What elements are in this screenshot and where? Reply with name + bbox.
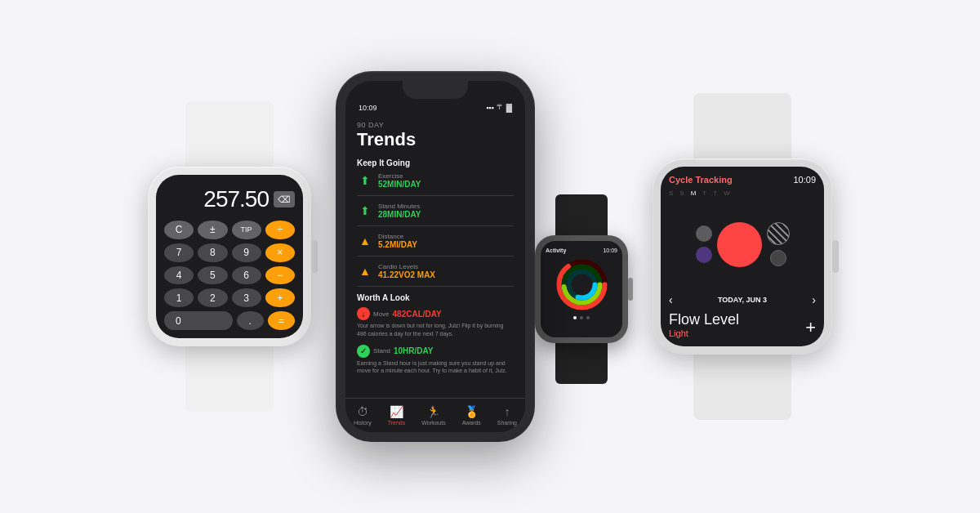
tab-awards[interactable]: 🏅 Awards — [462, 405, 481, 426]
cycle-band-top — [693, 93, 791, 158]
worth-stand-header: ✓ Stand 10HR/DAY — [357, 345, 514, 358]
iphone-subtitle: 90 DAY — [357, 121, 514, 129]
activity-screen: Activity 10:09 — [541, 241, 622, 337]
trend-stand: ⬆ Stand Minutes 28MIN/DAY — [357, 203, 514, 226]
calc-btn-6[interactable]: 6 — [232, 266, 261, 285]
cycle-days: S S M T T W — [669, 190, 816, 197]
calc-btn-plus[interactable]: + — [265, 288, 295, 307]
trend-icon-distance: ▲ — [357, 233, 373, 249]
circle-hatched — [767, 222, 790, 245]
cycle-day-t1: T — [702, 190, 706, 197]
calc-btn-9[interactable]: 9 — [232, 243, 261, 262]
history-icon: ⏱ — [357, 405, 368, 418]
worth-a-look-title: Worth A Look — [357, 293, 514, 302]
trend-text-stand: Stand Minutes 28MIN/DAY — [378, 203, 421, 219]
tab-history[interactable]: ⏱ History — [354, 405, 372, 426]
status-time: 10:09 — [359, 104, 377, 112]
calc-btn-5[interactable]: 5 — [198, 266, 227, 285]
cycle-watch-crown — [832, 240, 839, 273]
activity-dot-1 — [573, 316, 577, 319]
cycle-day-s2: S — [679, 190, 684, 197]
circle-small-2 — [696, 247, 712, 263]
calc-btn-equals[interactable]: = — [268, 311, 295, 330]
trend-value-cardio: 41.22VO2 MAX — [378, 270, 435, 279]
cycle-prev-arrow[interactable]: ‹ — [669, 293, 673, 306]
calc-row-5: 0 . = — [164, 311, 295, 330]
circle-small-3 — [770, 250, 786, 266]
trend-label-distance: Distance — [378, 233, 417, 240]
tab-sharing-label: Sharing — [497, 420, 517, 426]
calc-btn-tip[interactable]: TIP — [232, 221, 261, 239]
trend-value-exercise: 52MIN/DAY — [378, 180, 421, 189]
calc-btn-2[interactable]: 2 — [198, 288, 227, 307]
calc-btn-4[interactable]: 4 — [164, 266, 194, 285]
cycle-bottom: Flow Level Light + — [669, 311, 816, 338]
calc-btn-plusminus[interactable]: ± — [198, 221, 227, 239]
rings-svg — [555, 258, 608, 311]
iphone: 10:09 ▪▪▪ 〒 ▓ 90 DAY Trends Keep It Goin… — [336, 71, 535, 442]
trend-label-stand: Stand Minutes — [378, 203, 421, 210]
worth-move-value: 482CAL/DAY — [393, 310, 442, 319]
cycle-nav: ‹ TODAY, JUN 3 › — [669, 293, 816, 306]
cycle-flow-value: Light — [669, 328, 739, 338]
cycle-flow: Flow Level Light — [669, 311, 739, 338]
calc-btn-multiply[interactable]: × — [265, 243, 295, 262]
activity-dot-3 — [586, 316, 590, 319]
iphone-tab-bar: ⏱ History 📈 Trends 🏃 Workouts 🏅 Awards ↑ — [345, 398, 525, 432]
worth-stand: ✓ Stand 10HR/DAY Earning a Stand hour is… — [357, 345, 514, 376]
cycle-time: 10:09 — [793, 175, 816, 185]
iphone-status-bar: 10:09 ▪▪▪ 〒 ▓ — [345, 99, 525, 113]
trend-exercise: ⬆ Exercise 52MIN/DAY — [357, 172, 514, 196]
cycle-header: Cycle Tracking 10:09 — [669, 175, 816, 185]
trend-text-cardio: Cardio Levels 41.22VO2 MAX — [378, 263, 435, 279]
worth-stand-icon: ✓ — [357, 345, 370, 358]
activity-time: 10:09 — [603, 248, 617, 253]
cycle-flow-title: Flow Level — [669, 311, 739, 328]
calc-btn-c[interactable]: C — [164, 221, 194, 239]
circle-small-1 — [696, 225, 712, 242]
tab-trends[interactable]: 📈 Trends — [388, 405, 406, 426]
status-icons: ▪▪▪ 〒 ▓ — [486, 102, 512, 113]
cycle-watch: Cycle Tracking 10:09 S S M T T W — [653, 93, 832, 420]
calc-btn-minus[interactable]: − — [265, 266, 295, 285]
cycle-day-s1: S — [669, 190, 673, 197]
tab-workouts[interactable]: 🏃 Workouts — [421, 405, 445, 426]
tab-history-label: History — [354, 420, 372, 426]
cycle-watch-screen: Cycle Tracking 10:09 S S M T T W — [661, 167, 824, 346]
calculator-watch-screen: 257.50 ⌫ C ± TIP ÷ — [156, 175, 303, 338]
worth-move-name: Move — [373, 310, 390, 318]
worth-move-desc: Your arrow is down but not for long, Jul… — [357, 322, 514, 338]
activity-watch: Activity 10:09 — [535, 194, 628, 384]
calculator-watch-body: 257.50 ⌫ C ± TIP ÷ — [148, 167, 311, 346]
trend-icon-stand: ⬆ — [357, 203, 373, 219]
tab-awards-label: Awards — [462, 420, 481, 426]
calc-btn-3[interactable]: 3 — [232, 288, 261, 307]
activity-watch-crown — [628, 278, 633, 301]
cycle-date: TODAY, JUN 3 — [718, 296, 767, 304]
activity-dot-2 — [580, 316, 583, 319]
worth-move-header: ↓ Move 482CAL/DAY — [357, 307, 514, 320]
cycle-next-arrow[interactable]: › — [812, 293, 816, 306]
calc-btn-1[interactable]: 1 — [164, 288, 194, 307]
trend-text-distance: Distance 5.2MI/DAY — [378, 233, 417, 249]
calc-row-1: C ± TIP ÷ — [164, 221, 295, 239]
add-flow-button[interactable]: + — [805, 317, 816, 338]
calc-btn-decimal[interactable]: . — [237, 311, 264, 330]
worth-stand-desc: Earning a Stand hour is just making sure… — [357, 359, 514, 376]
calc-screen: 257.50 ⌫ C ± TIP ÷ — [156, 175, 303, 338]
calc-btn-divide[interactable]: ÷ — [265, 221, 295, 239]
trend-cardio: ▲ Cardio Levels 41.22VO2 MAX — [357, 263, 514, 287]
watch-band-bottom-left — [185, 346, 274, 412]
calc-btn-7[interactable]: 7 — [164, 243, 194, 262]
tab-sharing[interactable]: ↑ Sharing — [497, 405, 517, 426]
iphone-notch — [403, 81, 468, 99]
trends-icon: 📈 — [390, 405, 403, 418]
calc-backspace-btn[interactable]: ⌫ — [274, 191, 295, 207]
calc-btn-0[interactable]: 0 — [164, 311, 233, 330]
activity-band-bottom — [555, 343, 608, 384]
activity-rings — [555, 258, 608, 311]
keep-it-going-title: Keep It Going — [357, 158, 514, 167]
calc-btn-8[interactable]: 8 — [198, 243, 227, 262]
calculator-watch: 257.50 ⌫ C ± TIP ÷ — [148, 101, 311, 412]
calc-display: 257.50 ⌫ — [164, 183, 295, 216]
